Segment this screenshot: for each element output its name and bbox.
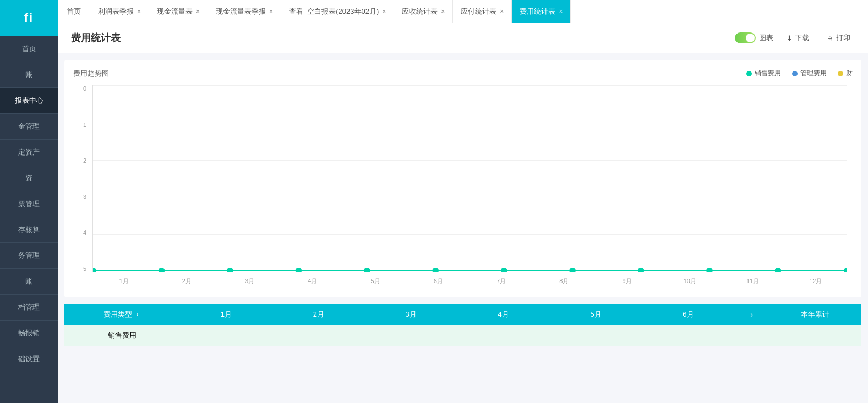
sidebar-item-expense[interactable]: 畅报销 — [0, 321, 58, 346]
legend-dot-admin — [792, 71, 798, 76]
page-actions: 图表 ⬇ 下载 🖨 打印 — [735, 31, 855, 45]
sidebar-item-account[interactable]: 账 — [0, 62, 58, 88]
sidebar-item-report[interactable]: 报表中心 — [0, 88, 58, 114]
y-label-2: 2 — [73, 157, 90, 164]
chart-toggle[interactable] — [735, 32, 756, 43]
download-icon: ⬇ — [787, 34, 793, 42]
tab-bar: 首页 利润表季报 × 现金流量表 × 现金流量表季报 × 查看_空白报表(202… — [58, 0, 868, 23]
tab-close-cashflow-quarter[interactable]: × — [269, 8, 273, 15]
data-table: 费用类型 ‹ 1月 2月 3月 4月 5月 6月 › 本年累计 — [64, 304, 861, 346]
th-month-2: 2月 — [272, 304, 365, 325]
sidebar-item-fixed-asset[interactable]: 定资产 — [0, 140, 58, 165]
th-month-5: 5月 — [550, 304, 642, 325]
tab-payable[interactable]: 应付统计表 × — [453, 0, 512, 23]
svg-point-3 — [296, 268, 302, 272]
table-row-sales: 销售费用 — [64, 325, 861, 346]
print-button[interactable]: 🖨 打印 — [822, 31, 855, 45]
tab-blank-report[interactable]: 查看_空白报表(2023年02月) × — [281, 0, 394, 23]
th-nav-next[interactable]: › — [734, 304, 769, 325]
download-button[interactable]: ⬇ 下载 — [782, 31, 814, 45]
tab-cashflow[interactable]: 现金流量表 × — [149, 0, 208, 23]
legend-sales: 销售费用 — [746, 69, 781, 78]
sidebar-item-settings[interactable]: 础设置 — [0, 346, 58, 372]
svg-point-5 — [433, 268, 439, 272]
chart-inner — [92, 85, 847, 272]
sidebar-item-salary[interactable]: 资 — [0, 165, 58, 191]
y-label-5: 5 — [73, 266, 90, 272]
page-header: 费用统计表 图表 ⬇ 下载 🖨 打印 — [58, 23, 868, 53]
sidebar-item-file[interactable]: 档管理 — [0, 295, 58, 321]
td-sales-total — [769, 325, 861, 346]
tab-close-expense-stat[interactable]: × — [559, 8, 563, 15]
legend-label-finance: 财 — [846, 69, 853, 78]
table-section: 费用类型 ‹ 1月 2月 3月 4月 5月 6月 › 本年累计 — [64, 304, 861, 346]
svg-point-11 — [844, 268, 847, 272]
sidebar-item-inventory[interactable]: 存核算 — [0, 217, 58, 243]
x-label-4: 4月 — [281, 277, 344, 285]
legend-finance: 财 — [838, 69, 853, 78]
x-label-12: 12月 — [784, 277, 847, 285]
tab-close-profit[interactable]: × — [137, 8, 141, 15]
legend-dot-finance — [838, 71, 843, 76]
x-label-6: 6月 — [407, 277, 470, 285]
tab-close-cashflow[interactable]: × — [196, 8, 200, 15]
y-label-1: 1 — [73, 122, 90, 128]
chart-toggle-label: 图表 — [759, 33, 773, 43]
svg-point-9 — [706, 268, 712, 272]
td-sales-m3 — [365, 325, 457, 346]
x-label-7: 7月 — [470, 277, 533, 285]
nav-prev-button[interactable]: ‹ — [134, 310, 141, 318]
svg-point-10 — [775, 268, 781, 272]
page-title: 费用统计表 — [71, 31, 121, 45]
chart-section: 费用趋势图 销售费用 管理费用 财 — [64, 60, 861, 297]
y-label-4: 4 — [73, 229, 90, 236]
x-label-1: 1月 — [92, 277, 155, 285]
th-type: 费用类型 ‹ — [64, 304, 180, 325]
svg-point-8 — [638, 268, 644, 272]
th-month-6: 6月 — [642, 304, 735, 325]
tab-profit[interactable]: 利润表季报 × — [90, 0, 149, 23]
x-label-9: 9月 — [596, 277, 658, 285]
chart-y-axis: 5 4 3 2 1 0 — [73, 85, 90, 272]
x-label-11: 11月 — [722, 277, 784, 285]
tab-cashflow-quarter[interactable]: 现金流量表季报 × — [208, 0, 281, 23]
tab-home[interactable]: 首页 — [58, 0, 90, 23]
th-total: 本年累计 — [769, 304, 861, 325]
main-area: 首页 利润表季报 × 现金流量表 × 现金流量表季报 × 查看_空白报表(202… — [58, 0, 868, 403]
chart-toggle-wrap: 图表 — [735, 32, 773, 43]
sidebar-item-ledger[interactable]: 账 — [0, 269, 58, 295]
tab-close-blank-report[interactable]: × — [382, 8, 386, 15]
content-area: 费用统计表 图表 ⬇ 下载 🖨 打印 费用趋势图 — [58, 23, 868, 403]
legend-label-admin: 管理费用 — [800, 69, 827, 78]
download-label: 下载 — [795, 33, 809, 43]
tab-expense-stat[interactable]: 费用统计表 × — [512, 0, 571, 23]
th-month-4: 4月 — [457, 304, 550, 325]
chart-title: 费用趋势图 — [73, 69, 109, 79]
nav-next-button[interactable]: › — [748, 310, 755, 319]
td-sales-m6 — [642, 325, 735, 346]
sidebar-item-fund[interactable]: 金管理 — [0, 114, 58, 140]
th-month-1: 1月 — [180, 304, 272, 325]
tab-close-payable[interactable]: × — [500, 8, 504, 15]
chart-x-axis: 1月 2月 3月 4月 5月 6月 7月 8月 9月 10月 11月 12月 — [92, 273, 847, 289]
y-label-0: 0 — [73, 85, 90, 92]
sidebar-item-service[interactable]: 务管理 — [0, 243, 58, 269]
legend-admin: 管理费用 — [792, 69, 827, 78]
y-label-3: 3 — [73, 194, 90, 200]
sidebar-logo: fi — [0, 0, 58, 36]
sidebar-item-home[interactable]: 首页 — [0, 36, 58, 62]
tab-close-receivable[interactable]: × — [441, 8, 445, 15]
print-label: 打印 — [836, 33, 850, 43]
svg-point-0 — [93, 268, 96, 272]
sidebar-item-invoice[interactable]: 票管理 — [0, 191, 58, 217]
x-label-3: 3月 — [219, 277, 281, 285]
chart-legend: 销售费用 管理费用 财 — [746, 69, 853, 78]
svg-point-4 — [364, 268, 370, 272]
chart-container: 5 4 3 2 1 0 — [73, 85, 853, 289]
td-sales-m4 — [457, 325, 550, 346]
td-sales-m5 — [550, 325, 642, 346]
legend-label-sales: 销售费用 — [755, 69, 781, 78]
x-label-5: 5月 — [344, 277, 407, 285]
tab-receivable[interactable]: 应收统计表 × — [394, 0, 453, 23]
td-sales-m1 — [180, 325, 272, 346]
